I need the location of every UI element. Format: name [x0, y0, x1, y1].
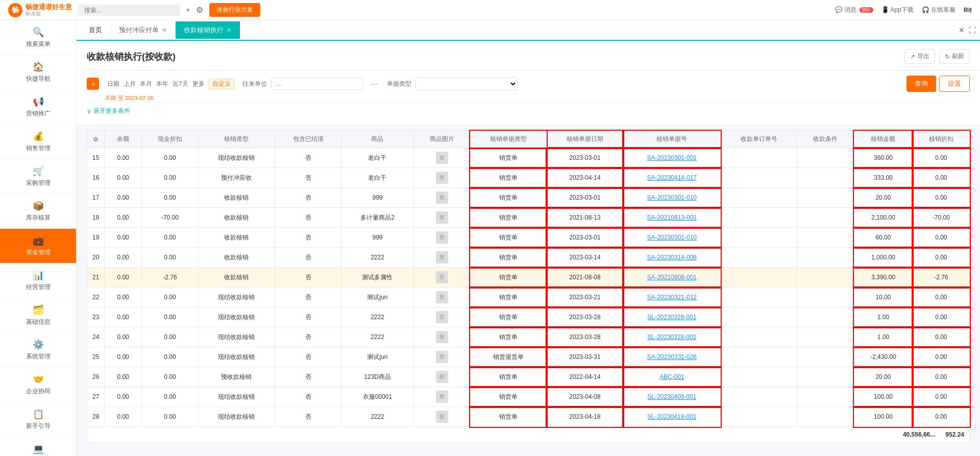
date-link-custom[interactable]: 自定义	[209, 79, 234, 89]
cell-cancel-number[interactable]: SA-20230331-026	[623, 347, 721, 367]
cell-cancel-number[interactable]: SA-20230301-010	[623, 188, 721, 208]
cell-cancel-amount: 1.00	[854, 327, 913, 347]
tab-home[interactable]: 首页	[81, 21, 111, 39]
cell-cancel-number[interactable]: SA-20210813-001	[623, 208, 721, 228]
cell-cash-discount: 0.00	[141, 367, 198, 387]
cell-cancel-number[interactable]: SA-20230321-012	[623, 287, 721, 307]
sidebar-item-enterprise[interactable]: 🤝 企业协同	[0, 368, 76, 402]
sidebar: 🔍 搜索菜单 🏠 快捷导航 📢 营销推广 💰 销售管理 🛒 采购管理 📦 库存核…	[0, 20, 77, 456]
cell-cancel-discount: 0.00	[913, 347, 969, 367]
cell-balance: 0.00	[105, 367, 142, 387]
cell-cancel-number[interactable]: SL-20230328-002	[623, 327, 721, 347]
cell-cancel-number[interactable]: ABC-001	[623, 367, 721, 387]
cell-id: 27	[87, 387, 105, 407]
cell-product-image: 图	[413, 347, 470, 367]
sidebar-item-sales[interactable]: 💰 销售管理	[0, 125, 76, 159]
cell-cancel-date: 2023-04-18	[547, 407, 623, 427]
cell-cancel-number[interactable]: SL-20230408-001	[623, 387, 721, 407]
operations-icon: 📊	[33, 270, 44, 281]
collection-tab-close[interactable]: ✕	[227, 27, 232, 34]
refresh-btn[interactable]: ↻ 刷新	[939, 49, 970, 64]
sidebar-item-marketing[interactable]: 📢 营销推广	[0, 90, 76, 125]
cell-id: 23	[87, 307, 105, 327]
sidebar-label-marketing: 营销推广	[26, 109, 51, 118]
date-link-this-month[interactable]: 本月	[140, 80, 152, 88]
cell-cancel-type: 现结收款核销	[199, 407, 275, 427]
cell-cancel-amount: 3,390.00	[854, 268, 913, 287]
app-download[interactable]: 📱 App下载	[881, 6, 914, 14]
sidebar-item-system[interactable]: ⚙️ 系统管理	[0, 333, 76, 368]
sidebar-item-shortcuts[interactable]: 🏠 快捷导航	[0, 55, 76, 90]
table-row: 17 0.00 0.00 收款核销 否 999 图 销货单 2023-03-01…	[87, 188, 970, 208]
filter-settings-btn[interactable]: 设置	[939, 76, 970, 92]
cell-cancel-number[interactable]: SA-20230301-010	[623, 228, 721, 248]
cell-cancel-voucher-type: 销货单	[470, 228, 547, 248]
col-header-gear[interactable]: ⚙	[87, 131, 105, 148]
col-header-cancel-number: 核销单据号	[623, 131, 721, 148]
cell-cancel-number[interactable]: SA-20230301-001	[623, 148, 721, 168]
cell-includes-settled: 否	[275, 228, 341, 248]
tab-expand-btn[interactable]: ⛶	[969, 26, 976, 34]
cell-product-image: 图	[413, 287, 470, 307]
cell-includes-settled: 否	[275, 168, 341, 188]
sidebar-item-guide[interactable]: 📋 新手引导	[0, 402, 76, 437]
cell-product: 2222	[341, 307, 413, 327]
date-link-last-month[interactable]: 上月	[124, 80, 136, 88]
cell-receipt-order-no	[721, 248, 797, 268]
cell-cancel-number[interactable]: SL-20230328-001	[623, 307, 721, 327]
headset-icon: 🎧	[922, 6, 929, 13]
date-link-this-year[interactable]: 本年	[156, 80, 168, 88]
sidebar-label-system: 系统管理	[26, 352, 51, 361]
cell-includes-settled: 否	[275, 208, 341, 228]
cell-cancel-type: 收款核销	[199, 228, 275, 248]
sidebar-item-purchase[interactable]: 🛒 采购管理	[0, 159, 76, 194]
cell-receipt-order-no	[721, 268, 797, 287]
tab-close-all-btn[interactable]: ✕	[959, 26, 965, 34]
cell-receipt-condition	[797, 148, 854, 168]
filter-expand-btn[interactable]: »	[87, 78, 99, 90]
cell-cancel-date: 2023-03-14	[547, 248, 623, 268]
cell-receipt-order-no	[721, 287, 797, 307]
cell-cancel-number[interactable]: SA-20230414-017	[623, 168, 721, 188]
online-service[interactable]: 🎧 在线客服	[922, 6, 955, 14]
refresh-icon: ↻	[945, 53, 950, 60]
date-link-more[interactable]: 更多	[192, 80, 205, 88]
cell-product-image: 图	[413, 248, 470, 268]
sidebar-item-inventory[interactable]: 📦 库存核算	[0, 194, 76, 229]
sidebar-item-finance[interactable]: 💼 资金管理	[0, 229, 76, 263]
tab-prepay[interactable]: 预付冲应付单 ✕	[111, 21, 176, 39]
dropdown-icon[interactable]: ▾	[186, 6, 190, 14]
cell-cancel-voucher-type: 销货单	[470, 407, 547, 427]
cell-cancel-number[interactable]: SL-20230418-001	[623, 407, 721, 427]
date-link-7days[interactable]: 近7天	[173, 80, 188, 88]
industry-btn[interactable]: 休验行业方案	[209, 3, 260, 17]
sidebar-item-hardware[interactable]: 💻 智能硬件	[0, 437, 76, 456]
cell-cancel-type: 现结收款核销	[199, 347, 275, 367]
tab-collection[interactable]: 收款核销执行 ✕	[176, 21, 240, 39]
cell-cancel-number[interactable]: SA-20210808-001	[623, 268, 721, 287]
message-area[interactable]: 💬 消息 99+	[835, 6, 873, 14]
cell-cash-discount: 0.00	[141, 248, 198, 268]
date-range-display: 不限 至 2023-07-26	[105, 95, 154, 101]
query-btn[interactable]: 查询	[906, 76, 936, 92]
table-row: 16 0.00 0.00 预付冲应收 否 老白干 图 销货单 2023-04-1…	[87, 168, 970, 188]
partner-input[interactable]	[271, 78, 363, 90]
sidebar-item-search[interactable]: 🔍 搜索菜单	[0, 20, 76, 55]
user-name[interactable]: Rit	[964, 7, 972, 14]
prepay-tab-close[interactable]: ✕	[162, 27, 167, 34]
export-btn[interactable]: ↗ 导出	[904, 49, 935, 64]
cell-id: 19	[87, 228, 105, 248]
col-header-product: 商品	[341, 131, 413, 148]
cell-balance: 0.00	[105, 248, 142, 268]
cell-cancel-voucher-type: 销货单	[470, 367, 547, 387]
settings-icon[interactable]: ⚙	[196, 5, 203, 15]
voucher-type-select[interactable]	[415, 77, 518, 90]
cell-includes-settled: 否	[275, 148, 341, 168]
cell-cancel-number[interactable]: SA-20230314-008	[623, 248, 721, 268]
top-search-input[interactable]	[78, 5, 180, 16]
sidebar-item-operations[interactable]: 📊 经营管理	[0, 263, 76, 298]
message-label: 消息	[844, 6, 856, 13]
cell-receipt-condition	[797, 347, 854, 367]
expand-more-btn[interactable]: ∨ 展开更多条件	[87, 102, 970, 119]
sidebar-item-basic[interactable]: 🗂️ 基础信息	[0, 298, 76, 333]
